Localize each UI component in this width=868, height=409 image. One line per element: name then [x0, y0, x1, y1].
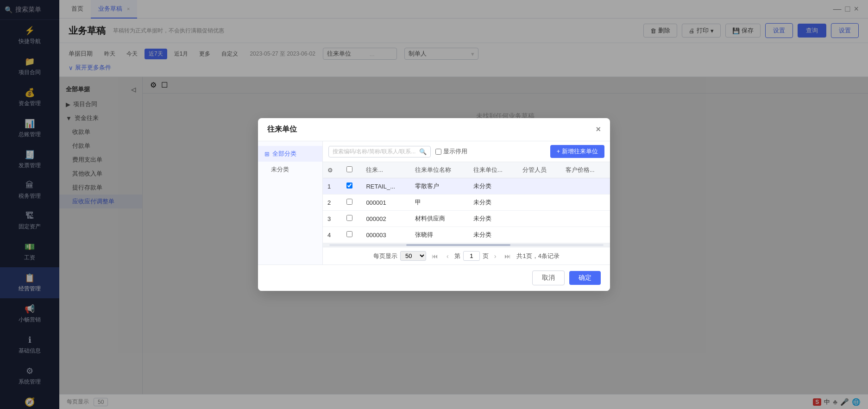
row-manager [518, 211, 560, 227]
select-all-checkbox[interactable] [346, 166, 352, 172]
row-check[interactable] [342, 178, 361, 195]
row-num: 2 [323, 195, 342, 211]
th-category: 往来单位... [469, 162, 518, 178]
th-price: 客户价格... [561, 162, 610, 178]
row-code: 000002 [361, 211, 410, 227]
row-manager [518, 195, 560, 211]
row-code: RETAIL_... [361, 178, 410, 195]
modal-main: 搜索编码/名称/简称/联系人/联系... 🔍 显示停用 + 新增往来单位 ⚙ [323, 141, 610, 264]
prev-page-btn[interactable]: ‹ [444, 252, 452, 261]
table-row[interactable]: 3 000002 材料供应商 未分类 [323, 211, 610, 227]
row-name: 甲 [410, 195, 469, 211]
row-check[interactable] [342, 211, 361, 227]
row-check[interactable] [342, 195, 361, 211]
show-disabled-checkbox[interactable]: 显示停用 [435, 147, 467, 156]
row-manager [518, 178, 560, 195]
modal-sidebar-all[interactable]: ⊞ 全部分类 [258, 146, 322, 162]
row-name: 材料供应商 [410, 211, 469, 227]
modal-scrollbar[interactable] [323, 243, 610, 247]
th-name: 往来单位名称 [410, 162, 469, 178]
th-manager: 分管人员 [518, 162, 560, 178]
th-settings: ⚙ [323, 162, 342, 178]
modal-pagination: 每页显示 50 100 ⏮ ‹ 第 页 › ⏭ 共1页，4条记录 [323, 247, 610, 264]
row-code: 000003 [361, 227, 410, 243]
scrollbar-track [329, 244, 604, 246]
modal-toolbar: 搜索编码/名称/简称/联系人/联系... 🔍 显示停用 + 新增往来单位 [323, 141, 610, 162]
row-manager [518, 227, 560, 243]
th-code: 往来... [361, 162, 410, 178]
row-price [561, 227, 610, 243]
row-num: 1 [323, 178, 342, 195]
partner-modal: 往来单位 × ⊞ 全部分类 未分类 搜索编码/名称/简称/联系人/联系... [258, 118, 610, 291]
page-prefix: 第 [454, 252, 460, 260]
total-records: 共1页，4条记录 [516, 252, 559, 260]
row-category: 未分类 [469, 211, 518, 227]
cancel-button[interactable]: 取消 [532, 271, 565, 285]
modal-title: 往来单位 [267, 125, 297, 134]
modal-table-wrap: ⚙ 往来... 往来单位名称 往来单位... 分管人员 客户价格... 1 [323, 162, 610, 243]
modal-header: 往来单位 × [258, 118, 610, 141]
row-price [561, 195, 610, 211]
th-check [342, 162, 361, 178]
row-num: 3 [323, 211, 342, 227]
modal-table-header-row: ⚙ 往来... 往来单位名称 往来单位... 分管人员 客户价格... [323, 162, 610, 178]
row-name: 张晓得 [410, 227, 469, 243]
modal-sidebar-uncategorized-label: 未分类 [271, 165, 289, 174]
table-row[interactable]: 2 000001 甲 未分类 [323, 195, 610, 211]
grid-icon: ⊞ [264, 151, 270, 157]
table-row[interactable]: 4 000003 张晓得 未分类 [323, 227, 610, 243]
new-partner-button[interactable]: + 新增往来单位 [550, 145, 604, 158]
current-page-input[interactable] [463, 251, 480, 261]
row-num: 4 [323, 227, 342, 243]
row-code: 000001 [361, 195, 410, 211]
last-page-btn[interactable]: ⏭ [502, 252, 514, 261]
row-name: 零散客户 [410, 178, 469, 195]
modal-sidebar-all-label: 全部分类 [272, 150, 296, 158]
modal-footer: 取消 确定 [258, 264, 610, 291]
modal-body: ⊞ 全部分类 未分类 搜索编码/名称/简称/联系人/联系... 🔍 显示停用 [258, 141, 610, 264]
modal-sidebar-uncategorized[interactable]: 未分类 [258, 162, 322, 177]
row-check[interactable] [342, 227, 361, 243]
row-price [561, 211, 610, 227]
per-page-label: 每页显示 [373, 252, 397, 260]
next-page-btn[interactable]: › [491, 252, 499, 261]
modal-overlay: 往来单位 × ⊞ 全部分类 未分类 搜索编码/名称/简称/联系人/联系... [0, 0, 868, 409]
row-price [561, 178, 610, 195]
row-category: 未分类 [469, 178, 518, 195]
row-category: 未分类 [469, 227, 518, 243]
modal-table: ⚙ 往来... 往来单位名称 往来单位... 分管人员 客户价格... 1 [323, 162, 610, 243]
modal-search-icon: 🔍 [419, 148, 427, 155]
confirm-button[interactable]: 确定 [569, 271, 601, 285]
modal-search-placeholder: 搜索编码/名称/简称/联系人/联系... [333, 148, 415, 156]
modal-search-input[interactable]: 搜索编码/名称/简称/联系人/联系... 🔍 [328, 146, 431, 157]
modal-sidebar: ⊞ 全部分类 未分类 [258, 141, 323, 264]
modal-close-button[interactable]: × [596, 125, 601, 134]
first-page-btn[interactable]: ⏮ [429, 252, 441, 261]
table-row[interactable]: 1 RETAIL_... 零散客户 未分类 [323, 178, 610, 195]
show-disabled-input[interactable] [435, 149, 441, 155]
scrollbar-thumb[interactable] [406, 244, 510, 246]
page-suffix: 页 [483, 252, 489, 260]
per-page-select[interactable]: 50 100 [400, 251, 426, 261]
row-category: 未分类 [469, 195, 518, 211]
show-disabled-label: 显示停用 [443, 147, 467, 156]
